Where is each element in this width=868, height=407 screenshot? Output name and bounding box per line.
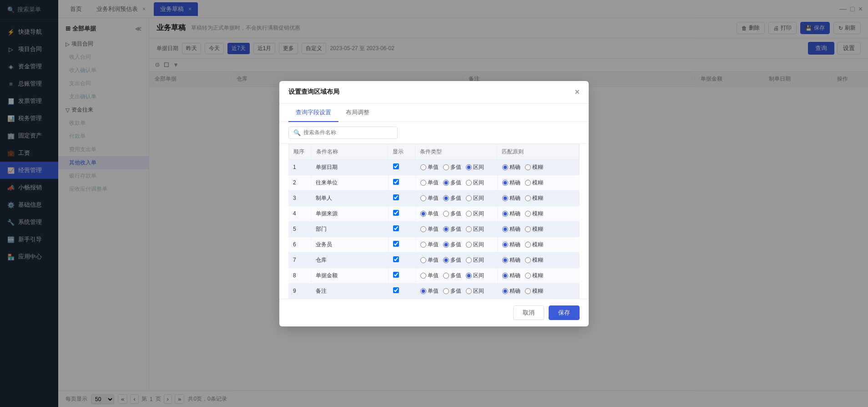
modal-save-button[interactable]: 保存: [549, 305, 580, 320]
show-checkbox[interactable]: [393, 287, 399, 293]
radio-fuzzy[interactable]: 模糊: [525, 179, 543, 187]
modal-header: 设置查询区域布局 ×: [279, 81, 589, 104]
radio-fuzzy[interactable]: 模糊: [525, 163, 543, 171]
modal-table: 顺序 条件名称 显示 条件类型 匹配原则 1 单据日期 单值 多值 区间: [279, 144, 589, 299]
radio-exact[interactable]: 精确: [502, 287, 520, 295]
cell-match: 精确 模糊: [498, 160, 580, 175]
th-show: 显示: [388, 144, 415, 159]
radio-exact[interactable]: 精确: [502, 179, 520, 187]
show-checkbox[interactable]: [393, 194, 399, 200]
radio-fuzzy[interactable]: 模糊: [525, 225, 543, 233]
search-input-wrap: 🔍: [288, 127, 398, 139]
radio-multi[interactable]: 多值: [443, 179, 461, 187]
modal-search-area: 🔍: [279, 122, 589, 144]
radio-fuzzy[interactable]: 模糊: [525, 241, 543, 249]
radio-range[interactable]: 区间: [466, 163, 484, 171]
radio-multi[interactable]: 多值: [443, 163, 461, 171]
show-checkbox[interactable]: [393, 272, 399, 278]
radio-range[interactable]: 区间: [466, 225, 484, 233]
modal-tab-layout[interactable]: 布局调整: [338, 104, 377, 122]
radio-single[interactable]: 单值: [420, 210, 439, 218]
radio-exact[interactable]: 精确: [502, 210, 520, 218]
search-icon: 🔍: [293, 129, 301, 136]
modal-table-header: 顺序 条件名称 显示 条件类型 匹配原则: [288, 144, 580, 160]
radio-range[interactable]: 区间: [466, 179, 484, 187]
radio-range[interactable]: 区间: [466, 210, 484, 218]
th-match: 匹配原则: [497, 144, 579, 159]
show-checkbox[interactable]: [393, 225, 399, 231]
radio-fuzzy[interactable]: 模糊: [525, 272, 543, 280]
table-row: 1 单据日期 单值 多值 区间 精确 模糊: [288, 160, 580, 175]
table-row: 7 仓库 单值 多值 区间 精确 模糊: [288, 253, 580, 268]
cell-name: 单据日期: [311, 160, 389, 175]
th-name: 条件名称: [312, 144, 388, 159]
th-type: 条件类型: [415, 144, 497, 159]
radio-exact[interactable]: 精确: [502, 225, 520, 233]
modal-close-button[interactable]: ×: [575, 87, 580, 97]
radio-fuzzy[interactable]: 模糊: [525, 194, 543, 202]
radio-single[interactable]: 单值: [420, 225, 439, 233]
modal-title: 设置查询区域布局: [288, 88, 339, 96]
radio-fuzzy[interactable]: 模糊: [525, 256, 543, 264]
table-row: 2 往来单位 单值 多值 区间 精确 模糊: [288, 175, 580, 191]
radio-multi[interactable]: 多值: [443, 272, 461, 280]
radio-range[interactable]: 区间: [466, 194, 484, 202]
radio-exact[interactable]: 精确: [502, 272, 520, 280]
show-checkbox[interactable]: [393, 163, 399, 169]
table-row: 5 部门 单值 多值 区间 精确 模糊: [288, 222, 580, 237]
radio-range[interactable]: 区间: [466, 256, 484, 264]
radio-single[interactable]: 单值: [420, 241, 439, 249]
modal-search-input[interactable]: [303, 129, 393, 136]
show-checkbox[interactable]: [393, 256, 399, 262]
cell-type: 单值 多值 区间: [416, 160, 498, 175]
table-row: 8 单据金额 单值 多值 区间 精确 模糊: [288, 268, 580, 284]
radio-exact[interactable]: 精确: [502, 256, 520, 264]
radio-single[interactable]: 单值: [420, 179, 439, 187]
modal-footer: 取消 保存: [279, 299, 589, 326]
radio-exact[interactable]: 精确: [502, 194, 520, 202]
radio-fuzzy[interactable]: 模糊: [525, 287, 543, 295]
radio-multi[interactable]: 多值: [443, 194, 461, 202]
radio-range[interactable]: 区间: [466, 287, 484, 295]
radio-single[interactable]: 单值: [420, 272, 439, 280]
radio-multi[interactable]: 多值: [443, 287, 461, 295]
show-checkbox[interactable]: [393, 241, 399, 247]
modal-tabs: 查询字段设置 布局调整: [279, 104, 589, 122]
show-checkbox[interactable]: [393, 210, 399, 216]
radio-fuzzy[interactable]: 模糊: [525, 210, 543, 218]
radio-multi[interactable]: 多值: [443, 241, 461, 249]
modal-overlay: 设置查询区域布局 × 查询字段设置 布局调整 🔍 顺序 条件名称 显示: [0, 0, 868, 407]
radio-single[interactable]: 单值: [420, 194, 439, 202]
radio-exact[interactable]: 精确: [502, 241, 520, 249]
radio-multi[interactable]: 多值: [443, 256, 461, 264]
radio-multi[interactable]: 多值: [443, 225, 461, 233]
radio-exact[interactable]: 精确: [502, 163, 520, 171]
modal-dialog: 设置查询区域布局 × 查询字段设置 布局调整 🔍 顺序 条件名称 显示: [279, 81, 589, 326]
radio-range[interactable]: 区间: [466, 241, 484, 249]
th-seq: 顺序: [289, 144, 312, 159]
table-row: 6 业务员 单值 多值 区间 精确 模糊: [288, 237, 580, 253]
table-row: 9 备注 单值 多值 区间 精确 模糊: [288, 284, 580, 299]
table-row: 3 制单人 单值 多值 区间 精确 模糊: [288, 191, 580, 206]
cell-show: [389, 160, 416, 174]
radio-single[interactable]: 单值: [420, 256, 439, 264]
cancel-button[interactable]: 取消: [513, 305, 544, 320]
radio-range[interactable]: 区间: [466, 272, 484, 280]
radio-single[interactable]: 单值: [420, 287, 439, 295]
cell-seq: 1: [288, 160, 311, 174]
radio-single[interactable]: 单值: [420, 163, 439, 171]
show-checkbox[interactable]: [393, 179, 399, 185]
table-row: 4 单据来源 单值 多值 区间 精确 模糊: [288, 206, 580, 222]
radio-multi[interactable]: 多值: [443, 210, 461, 218]
modal-tab-query-fields[interactable]: 查询字段设置: [288, 104, 338, 122]
